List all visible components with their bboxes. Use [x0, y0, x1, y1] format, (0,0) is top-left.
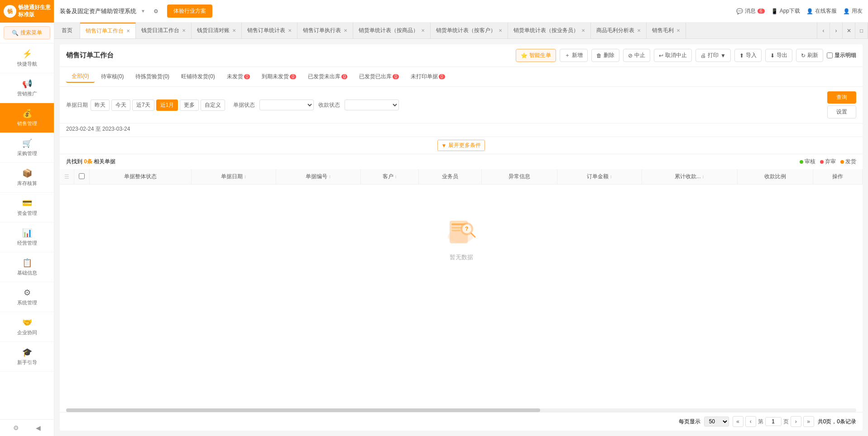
ai-generate-btn[interactable]: ⭐ 智能生单 — [516, 49, 556, 62]
expand-conditions-btn[interactable]: ▼ 展开更多条件 — [437, 140, 485, 151]
sidebar-item-marketing[interactable]: 📢 营销推广 — [0, 73, 54, 103]
tab-close-sales-profit[interactable]: ✕ — [676, 28, 680, 33]
sub-tab-shipped-out[interactable]: 已发货已出库0 — [354, 71, 404, 82]
ship-action-btn[interactable]: 发货 — [840, 158, 856, 166]
date-custom-btn[interactable]: 自定义 — [201, 100, 225, 111]
tab-cash-daily[interactable]: 钱货日清工作台 ✕ — [136, 23, 192, 39]
settings-bottom-btn[interactable]: ⚙ — [13, 424, 19, 431]
sidebar-item-system[interactable]: ⚙ 系统管理 — [0, 282, 54, 312]
logo-icon: 畅 — [4, 5, 16, 18]
delete-btn[interactable]: 🗑 删除 — [591, 49, 619, 62]
first-page-btn[interactable]: « — [733, 416, 743, 427]
tab-home[interactable]: 首页 — [54, 23, 80, 39]
payment-filter-select[interactable] — [345, 100, 399, 110]
sub-tab-pending-review[interactable]: 待审核(0) — [96, 71, 129, 82]
col-amount[interactable]: 订单金额 — [557, 169, 642, 185]
review-action-btn[interactable]: 审核 — [800, 158, 815, 166]
collapse-btn[interactable]: ◀ — [36, 424, 41, 431]
tab-close-sales-workbench[interactable]: ✕ — [126, 28, 130, 33]
scrollbar-thumb[interactable] — [66, 408, 540, 412]
tab-close-gross-profit[interactable]: ✕ — [637, 28, 641, 33]
message-btn[interactable]: 💬 消息 6 — [736, 7, 765, 15]
refresh-btn[interactable]: ↻ 刷新 — [796, 49, 823, 62]
table-header-row: ☰ 单据整体状态 单据日期 单据编号 客户 业务员 异常信息 订单金额 累计收款… — [60, 169, 863, 185]
col-collected[interactable]: 累计收款... — [642, 169, 737, 185]
show-detail-label[interactable]: 显示明细 — [827, 52, 856, 59]
sidebar-item-quick-nav[interactable]: ⚡ 快捷导航 — [0, 43, 54, 73]
sidebar-item-inventory[interactable]: 📦 库存核算 — [0, 163, 54, 193]
col-date[interactable]: 单据日期 — [192, 169, 276, 185]
date-7days-btn[interactable]: 近7天 — [132, 100, 154, 111]
col-checkbox[interactable] — [74, 169, 90, 185]
import-btn[interactable]: ⬆ 导入 — [734, 49, 762, 62]
sidebar-item-sales[interactable]: 💰 销售管理 — [0, 103, 54, 133]
tab-sales-by-customer[interactable]: 销货单统计表（按客户） ✕ — [431, 23, 508, 39]
sidebar-item-basic-info[interactable]: 📋 基础信息 — [0, 252, 54, 282]
topbar-settings-btn[interactable]: ⚙ — [150, 5, 163, 18]
horizontal-scrollbar[interactable] — [66, 408, 856, 412]
tab-sales-by-product[interactable]: 销货单统计表（按商品） ✕ — [353, 23, 431, 39]
sub-tab-not-printed[interactable]: 未打印单据0 — [405, 71, 451, 82]
tab-sales-profit[interactable]: 销售毛利 ✕ — [647, 23, 686, 39]
select-all-checkbox[interactable] — [79, 173, 85, 179]
tab-sales-workbench[interactable]: 销售订单工作台 ✕ — [80, 23, 136, 39]
sidebar-item-cooperation[interactable]: 🤝 企业协同 — [0, 312, 54, 342]
tab-close-sales-by-product[interactable]: ✕ — [421, 28, 425, 33]
date-more-btn[interactable]: 更多 — [180, 100, 199, 111]
user-btn[interactable]: 👤 用友 — [843, 7, 863, 15]
date-1month-btn[interactable]: 近1月 — [156, 100, 178, 111]
query-button[interactable]: 查询 — [827, 91, 856, 104]
online-service-btn[interactable]: 👤 在线客服 — [806, 7, 837, 15]
search-menu-button[interactable]: 🔍 搜索菜单 — [4, 26, 50, 39]
message-badge: 6 — [758, 9, 765, 14]
app-download-btn[interactable]: 📱 App下载 — [771, 7, 800, 15]
prev-page-btn[interactable]: ‹ — [745, 416, 756, 427]
sub-tabs: 全部(0) 待审核(0) 待拣货验货(0) 旺铺待发货(0) 未发货0 到期未发… — [60, 67, 863, 87]
sidebar-item-operations[interactable]: 📊 经营管理 — [0, 223, 54, 252]
col-customer[interactable]: 客户 — [360, 169, 419, 185]
sidebar-item-purchase[interactable]: 🛒 采购管理 — [0, 133, 54, 163]
date-today-btn[interactable]: 今天 — [111, 100, 130, 111]
tab-sales-exec[interactable]: 销售订单执行表 ✕ — [297, 23, 353, 39]
tab-close-sales-stats[interactable]: ✕ — [288, 28, 292, 33]
date-yesterday-btn[interactable]: 昨天 — [91, 100, 110, 111]
add-btn[interactable]: ＋ 新增 — [560, 49, 588, 62]
sub-tab-all[interactable]: 全部(0) — [66, 71, 95, 83]
tab-close-cash-daily[interactable]: ✕ — [182, 28, 186, 33]
tab-scroll-right[interactable]: › — [830, 23, 843, 39]
sub-tab-wangpu[interactable]: 旺铺待发货(0) — [176, 71, 221, 82]
export-btn[interactable]: ⬇ 导出 — [765, 49, 792, 62]
cancel-review-action-btn[interactable]: 弃审 — [820, 158, 836, 166]
tab-scroll-left[interactable]: ‹ — [817, 23, 830, 39]
status-filter-select[interactable] — [259, 100, 314, 110]
tab-sales-stats[interactable]: 销售订单统计表 ✕ — [242, 23, 297, 39]
col-number[interactable]: 单据编号 — [276, 169, 361, 185]
tab-sales-by-staff[interactable]: 销货单统计表（按业务员） ✕ — [508, 23, 591, 39]
sidebar-item-guide[interactable]: 🎓 新手引导 — [0, 342, 54, 372]
last-page-btn[interactable]: » — [803, 416, 814, 427]
sub-tab-not-shipped[interactable]: 未发货0 — [221, 71, 256, 82]
tab-close-sales-by-customer[interactable]: ✕ — [499, 28, 502, 33]
sidebar-bottom: ⚙ ◀ — [0, 419, 54, 436]
page-number-input[interactable] — [765, 417, 782, 426]
tab-close-sales-by-staff[interactable]: ✕ — [581, 28, 585, 33]
filter-bar: 单据日期 昨天 今天 近7天 近1月 更多 自定义 单据状态 — [60, 87, 863, 123]
page-size-select[interactable]: 50 20 100 — [704, 417, 729, 427]
sub-tab-shipped-not-out[interactable]: 已发货未出库0 — [302, 71, 353, 82]
set-button[interactable]: 设置 — [827, 105, 856, 118]
tab-maximize[interactable]: □ — [855, 23, 868, 39]
tab-close-cash-reconcile[interactable]: ✕ — [232, 28, 236, 33]
sub-tab-overdue[interactable]: 到期未发货0 — [256, 71, 302, 82]
stop-btn[interactable]: ⊘ 中止 — [623, 49, 650, 62]
tab-close-all[interactable]: ✕ — [843, 23, 855, 39]
sidebar-item-finance[interactable]: 💳 资金管理 — [0, 193, 54, 223]
plan-button[interactable]: 体验行业方案 — [167, 5, 212, 18]
cancel-stop-btn[interactable]: ↩ 取消中止 — [654, 49, 692, 62]
tab-gross-profit[interactable]: 商品毛利分析表 ✕ — [591, 23, 647, 39]
sub-tab-pending-inspect[interactable]: 待拣货验货(0) — [130, 71, 175, 82]
print-btn[interactable]: 🖨 打印 ▼ — [695, 49, 731, 62]
show-detail-checkbox[interactable] — [827, 52, 833, 58]
next-page-btn[interactable]: › — [791, 416, 801, 427]
tab-cash-reconcile[interactable]: 钱货日清对账 ✕ — [192, 23, 242, 39]
tab-close-sales-exec[interactable]: ✕ — [344, 28, 347, 33]
